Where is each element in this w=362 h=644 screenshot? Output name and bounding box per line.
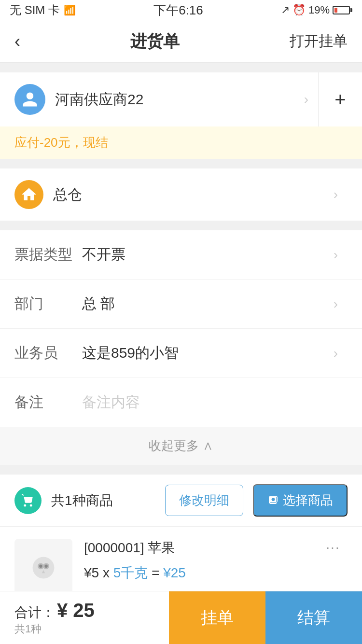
invoice-label: 票据类型 bbox=[14, 245, 82, 265]
section-gap-1 bbox=[0, 63, 362, 72]
battery-label: 19% bbox=[308, 4, 330, 16]
back-button[interactable]: ‹ bbox=[14, 31, 20, 52]
product-name: [0000001] 苹果 bbox=[84, 539, 319, 557]
select-product-button[interactable]: 选择商品 bbox=[253, 484, 348, 517]
products-toolbar: 共1种商品 修改明细 选择商品 bbox=[0, 475, 362, 526]
alarm-icon: ⏰ bbox=[292, 4, 306, 16]
products-icon bbox=[14, 487, 42, 514]
nav-bar: ‹ 进货单 打开挂单 bbox=[0, 20, 362, 63]
salesperson-value: 这是859的小智 bbox=[82, 343, 324, 363]
supplier-section: 河南供应商22 › + bbox=[0, 72, 362, 126]
warehouse-name: 总仓 bbox=[53, 185, 324, 205]
section-gap-3 bbox=[0, 221, 362, 230]
collapse-button[interactable]: 收起更多 ∧ bbox=[0, 427, 362, 465]
network-label: 无 SIM 卡 bbox=[10, 2, 60, 18]
salesperson-row[interactable]: 业务员 这是859的小智 › bbox=[0, 329, 362, 378]
supplier-selector[interactable]: 河南供应商22 › bbox=[0, 72, 319, 126]
notice-bar: 应付-20元，现结 bbox=[0, 126, 362, 159]
edit-detail-button[interactable]: 修改明细 bbox=[165, 485, 243, 516]
product-price: ¥5 x 5千克 = ¥25 bbox=[84, 564, 319, 582]
open-hang-button[interactable]: 打开挂单 bbox=[290, 31, 348, 51]
total-label: 合计： bbox=[14, 603, 55, 622]
wifi-icon: 📶 bbox=[64, 4, 76, 16]
salesperson-label: 业务员 bbox=[14, 343, 82, 363]
svg-point-0 bbox=[33, 557, 55, 579]
dept-label: 部门 bbox=[14, 294, 82, 314]
products-count: 共1种商品 bbox=[51, 491, 155, 510]
page-title: 进货单 bbox=[130, 30, 180, 53]
bottom-bar: 合计： ¥ 25 共1种 挂单 结算 bbox=[0, 591, 362, 644]
remark-input[interactable]: 备注内容 bbox=[82, 392, 348, 412]
checkout-button[interactable]: 结算 bbox=[265, 591, 362, 644]
total-amount: ¥ 25 bbox=[57, 600, 95, 621]
warehouse-chevron-icon: › bbox=[324, 187, 348, 202]
hang-button[interactable]: 挂单 bbox=[169, 591, 265, 644]
status-time: 下午6:16 bbox=[153, 2, 203, 19]
svg-point-3 bbox=[39, 565, 42, 568]
svg-point-4 bbox=[44, 565, 47, 568]
warehouse-section[interactable]: 总仓 › bbox=[0, 168, 362, 221]
supplier-name: 河南供应商22 bbox=[55, 90, 294, 110]
remark-row[interactable]: 备注 备注内容 bbox=[0, 378, 362, 427]
dept-chevron-icon: › bbox=[324, 296, 348, 312]
invoice-value: 不开票 bbox=[82, 245, 324, 265]
supplier-chevron-icon: › bbox=[294, 92, 318, 107]
status-bar: 无 SIM 卡 📶 下午6:16 ↗ ⏰ 19% bbox=[0, 0, 362, 20]
battery-icon bbox=[333, 6, 352, 14]
product-more-button[interactable]: ··· bbox=[319, 539, 348, 556]
section-gap-2 bbox=[0, 159, 362, 168]
dept-row[interactable]: 部门 总 部 › bbox=[0, 280, 362, 329]
warehouse-icon bbox=[14, 180, 43, 209]
remark-label: 备注 bbox=[14, 392, 82, 412]
status-right: ↗ ⏰ 19% bbox=[281, 4, 352, 16]
supplier-avatar bbox=[14, 84, 45, 115]
select-product-icon bbox=[267, 495, 279, 506]
status-left: 无 SIM 卡 📶 bbox=[10, 2, 76, 18]
invoice-row[interactable]: 票据类型 不开票 › bbox=[0, 230, 362, 280]
select-product-label: 选择商品 bbox=[283, 492, 333, 509]
product-info: [0000001] 苹果 ¥5 x 5千克 = ¥25 bbox=[84, 539, 319, 582]
form-section: 票据类型 不开票 › 部门 总 部 › 业务员 这是859的小智 › 备注 备注… bbox=[0, 230, 362, 427]
location-icon: ↗ bbox=[281, 4, 290, 16]
total-section: 合计： ¥ 25 共1种 bbox=[0, 591, 169, 644]
add-supplier-button[interactable]: + bbox=[319, 77, 362, 122]
salesperson-chevron-icon: › bbox=[324, 346, 348, 361]
total-count: 共1种 bbox=[14, 622, 154, 636]
dept-value: 总 部 bbox=[82, 294, 324, 314]
invoice-chevron-icon: › bbox=[324, 247, 348, 263]
product-thumbnail bbox=[14, 539, 72, 597]
